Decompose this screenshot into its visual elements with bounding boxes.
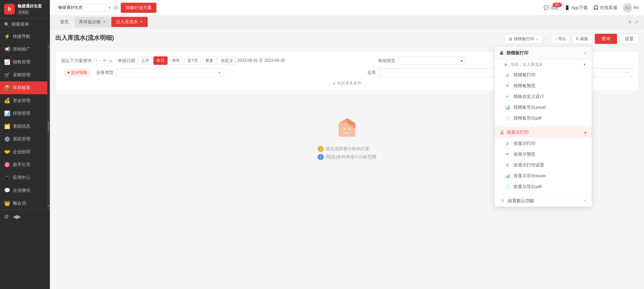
sidebar-item-guide[interactable]: 🎯 新手引导 [0,158,47,171]
tab-home[interactable]: 首页 [55,17,74,27]
sidebar-item-wechat[interactable]: 💬 企业微信 [0,184,47,197]
wechat-icon: 💬 [4,187,10,193]
search-menu-item[interactable]: 🔍 搜索菜单 [0,19,50,30]
sidebar-item-coop[interactable]: 🤝 企业协同 [0,146,47,158]
display-print-section-text: 按显示打印 [507,129,529,135]
empty-icon-container [332,111,362,142]
settings-button[interactable]: 设置 [620,34,639,44]
user-avatar-area[interactable]: RJ Rit [623,3,639,12]
search-input[interactable] [55,4,106,12]
biz-type-select[interactable]: ▾ [116,68,224,77]
print-template-button[interactable]: 🖨 按模板打印 ▲ [505,34,543,44]
empty-state-illustration [332,111,362,142]
dropdown-template-print[interactable]: 🖨 按模板打印 [495,70,592,80]
industry-solution-button[interactable]: 体验行业方案 [121,3,156,13]
sidebar-item-label: 企业协同 [13,149,30,155]
dropdown-template-pdf[interactable]: 📄 按模板导出pdf [495,113,592,124]
sidebar-item-label: 企业微信 [13,187,30,193]
active-filter-tag[interactable]: 流水明细 [64,69,91,77]
export-button[interactable]: ↑ 导出 [551,34,570,44]
basic-icon: 🗂️ [4,123,10,129]
refresh-button[interactable]: ↻ 刷新 [572,34,592,44]
tab-inout-flow[interactable]: 出入库流水 ✕ [111,17,148,27]
sidebar-item-operation[interactable]: 📊 经营管理 [0,107,47,120]
date-btn-prev-month[interactable]: 上月 [138,56,152,65]
sidebar-item-inventory[interactable]: 📦 库存核算 [0,81,47,94]
online-service-button[interactable]: 🎧 在线客服 [593,5,617,11]
topbar-gear-icon[interactable]: ⚙ [113,4,118,11]
topbar: ▾ ⚙ 体验行业方案 💬 消息 99+ 📱 App下载 🎧 在线客服 [50,0,644,16]
message-badge: 99+ [553,3,562,7]
filter-settings-button[interactable]: ⚙ [101,57,108,64]
collapse-sidebar-icon[interactable]: ◀▶ [13,213,21,220]
settings-bottom-icon[interactable]: ⚙ [4,213,9,220]
dropdown-set-default[interactable]: ⚙ 设置默认功能 ▾ [495,195,592,207]
collapse-label: 收起更多条件 [337,80,361,86]
display-print-settings-icon: ⚙ [505,162,510,168]
close-tab-icon[interactable]: ✕ [628,19,632,25]
sidebar-item-quick-nav[interactable]: ⚡ 快捷导航 [0,30,50,43]
sidebar-item-marketing[interactable]: 📢 营销推广 [0,43,47,56]
sidebar-item-basic[interactable]: 🗂️ 基础信息 [0,120,47,133]
dropdown-display-preview[interactable]: 👁 按显示预览 [495,149,592,160]
scroll-down-arrow[interactable]: ▼ [47,205,50,208]
warehouse-more-icon[interactable]: ··· [626,70,629,75]
dropdown-template-custom[interactable]: ✏ 模板自定义设计 [495,91,592,102]
template-print-icon: 🖨 [505,72,510,78]
date-btn-more[interactable]: 更多 [202,56,216,65]
dropdown-display-print-settings[interactable]: ⚙ 按显示打印设置 [495,160,592,170]
tab-batch-account[interactable]: 库存批次账 ✕ [74,17,111,27]
display-pdf-label: 按显示导出pdf [514,184,541,190]
maximize-icon[interactable]: ⤢ [635,19,639,25]
doc-type-label: 单据类型 [378,58,396,64]
filter-add-button[interactable]: + [93,57,100,64]
biz-type-caret: ▾ [218,70,221,75]
dropdown-caret-icon[interactable]: ▾ [109,5,111,10]
date-btn-this-year[interactable]: 本年 [169,56,183,65]
sidebar-item-finance[interactable]: 💰 资金管理 [0,94,47,107]
date-btn-custom[interactable]: 自定义 [218,56,236,65]
active-filter-label: 流水明细 [71,70,87,76]
collapse-more-button[interactable]: ∧ 收起更多条件 [333,80,361,86]
app-download-button[interactable]: 📱 App下载 [564,5,588,11]
doc-type-select[interactable]: ▾ [398,57,466,65]
date-btn-this-month[interactable]: 本月 [153,56,168,65]
message-button[interactable]: 💬 消息 99+ [544,5,559,11]
user-name: Rit [634,5,639,10]
display-section-arrow-up: ▲ [584,130,587,134]
display-print-section-header[interactable]: 🖨 按显示打印 ▲ [495,127,592,138]
template-custom-icon: ✏ [505,94,510,99]
dropdown-template-excel[interactable]: 📊 按模板导出excel [495,102,592,113]
sidebar-item-label: 基础信息 [13,123,30,129]
scroll-up-arrow[interactable]: ▲ [47,45,50,48]
date-btn-7days[interactable]: 近7天 [184,56,201,65]
sidebar-item-system[interactable]: ⚙️ 系统管理 [0,133,47,146]
main-content: ▾ ⚙ 体验行业方案 💬 消息 99+ 📱 App下载 🎧 在线客服 [50,0,644,289]
display-pdf-icon: 📄 [505,184,510,189]
dropdown-collapse-arrow[interactable]: ▲ [584,51,587,55]
sidebar-item-sales[interactable]: 📈 销售管理 [0,56,47,69]
export-label: 导出 [558,36,566,42]
inout-flow-tab-close-icon[interactable]: ✕ [140,20,143,24]
sidebar-item-purchase[interactable]: 🛒 采购管理 [0,69,47,81]
home-tab-label: 首页 [60,19,69,25]
set-default-caret: ▾ [584,199,586,203]
filter-section-label: 按以下方案查询 + ⚙ « [61,57,112,64]
quick-nav-icon: ⚡ [4,33,10,40]
tip-num-2: 2 [318,154,324,160]
dropdown-template-preview[interactable]: 👁 按模板预览 [495,80,592,91]
sidebar-item-app-center[interactable]: 📱 应用中心 [0,171,47,184]
batch-account-tab-close-icon[interactable]: ✕ [103,20,106,24]
dropdown-display-pdf[interactable]: 📄 按显示导出pdf [495,181,592,192]
dropdown-display-excel[interactable]: 📊 按显示导出excel [495,170,592,181]
sidebar-scrollbar[interactable]: ▲ ▼ [47,43,50,210]
query-button[interactable]: 查询 [595,34,617,44]
sidebar-item-vip[interactable]: 👑 畅会员 [0,197,47,210]
tab-bar: 首页 库存批次账 ✕ 出入库流水 ✕ ✕ ⤢ [50,16,644,28]
dropdown-display-print[interactable]: 🖨 按显示打印 [495,138,592,149]
dropdown-current-template: ▶ 当前：出入库流水 ▾ [495,60,592,70]
filter-collapse-button[interactable]: « [109,58,112,64]
dropdown-header: 🖨 按模板打印 ▲ [495,47,592,60]
print-icon: 🖨 [508,36,513,41]
avatar: RJ [623,3,632,12]
